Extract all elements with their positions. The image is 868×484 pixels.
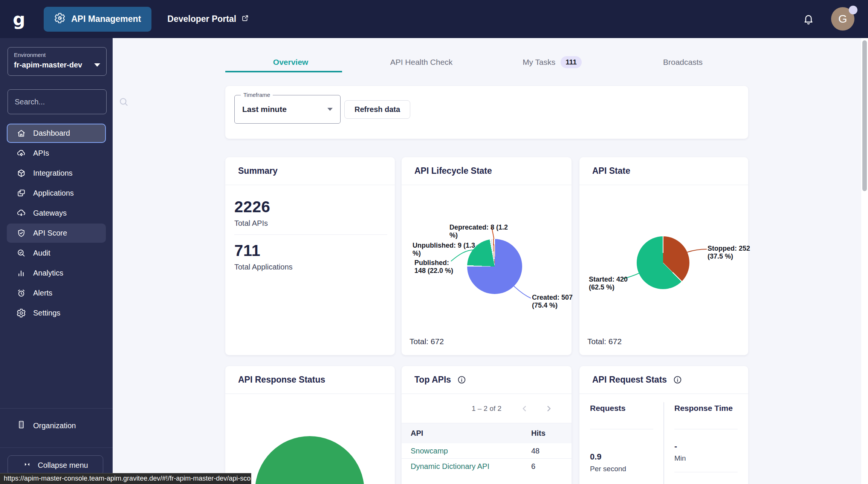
chevron-left-icon[interactable] [520,404,529,414]
sidebar-item-label: Gateways [33,209,67,217]
divider [674,472,738,472]
user-avatar[interactable]: G [831,7,855,31]
sidebar-item-analytics[interactable]: Analytics [7,263,106,283]
chevron-right-icon[interactable] [544,404,554,414]
top-bar: g API Management Developer Portal G [0,0,868,38]
gravitee-logo-icon[interactable]: g [13,11,32,28]
tab-api-health-check[interactable]: API Health Check [356,52,487,72]
hits-value: 6 [531,462,562,471]
status-url-bar: https://apim-master-console.team-apim.gr… [0,473,251,484]
summary-card: Summary 2226 Total APIs 711 Total Applic… [225,157,395,355]
notifications-bell-icon[interactable] [802,12,815,26]
environment-value: fr-apim-master-dev [14,61,82,69]
sidebar-item-dashboard[interactable]: Dashboard [7,124,106,143]
my-tasks-count-badge: 111 [561,56,582,68]
requests-unit: Per second [590,465,626,473]
divider [674,429,738,429]
sidebar-item-apis[interactable]: APIs [7,144,106,163]
collapse-arrows-icon [23,460,32,471]
alarm-clock-icon [17,288,26,298]
api-request-stats-card: API Request Stats Requests Response Time… [579,366,748,484]
sidebar-item-label: Alerts [33,289,52,297]
scrollbar-track[interactable] [861,38,868,484]
pagination-range: 1 – 2 of 2 [472,404,501,413]
top-apis-card: Top APIs 1 – 2 of 2 API Hits Snowcamp 48… [402,366,572,484]
response-time-unit: Min [674,454,686,463]
chart-total: Total: 672 [587,337,622,346]
sidebar-item-label: Analytics [33,269,63,277]
environment-select[interactable]: Environment fr-apim-master-dev [8,47,107,76]
windows-icon [17,188,26,198]
sidebar-item-organization[interactable]: Organization [7,415,106,436]
tab-broadcasts[interactable]: Broadcasts [617,52,748,72]
sidebar-item-applications[interactable]: Applications [7,184,106,203]
info-icon[interactable] [457,375,466,384]
divider [590,429,653,429]
chart-total: Total: 672 [410,337,444,346]
timeframe-toolbar-card: Timeframe Last minute Refresh data [225,86,748,139]
search-icon [118,96,129,107]
slice-label-deprecated: Deprecated: 8 (1.2 %) [449,224,513,239]
tab-my-tasks[interactable]: My Tasks 111 [487,52,617,72]
response-status-pie-chart [225,394,395,484]
slice-label-started: Started: 420 (62.5 %) [589,276,636,291]
timeframe-value: Last minute [242,105,287,114]
sidebar-item-api-score[interactable]: API Score [7,224,106,243]
divider [0,408,113,409]
card-title: Summary [238,166,278,176]
refresh-data-button[interactable]: Refresh data [344,100,410,119]
sidebar-item-audit[interactable]: Audit [7,244,106,263]
column-api: API [411,429,531,438]
requests-value: 0.9 [590,452,602,462]
environment-label: Environment [14,52,100,58]
scrollbar-thumb[interactable] [862,40,867,191]
hits-value: 48 [531,447,562,455]
total-applications-label: Total Applications [234,263,387,271]
search-check-icon [17,248,26,258]
timeframe-label: Timeframe [241,92,273,98]
gear-icon [54,12,66,26]
api-link-snowcamp[interactable]: Snowcamp [411,447,531,455]
timeframe-select[interactable]: Timeframe Last minute [234,95,341,124]
collapse-menu-label: Collapse menu [38,461,88,470]
cloud-download-icon [17,208,26,218]
table-header: API Hits [402,423,572,443]
search-input[interactable] [15,98,115,106]
collapse-menu-button[interactable]: Collapse menu [8,455,103,475]
sidebar-item-label: Applications [33,189,74,198]
slice-label-created: Created: 507 (75.4 %) [532,294,576,309]
api-link-dynamic-dictionary[interactable]: Dynamic Dictionary API [411,462,531,471]
lifecycle-pie-chart: Deprecated: 8 (1.2 %) Unpublished: 9 (1.… [402,185,572,355]
info-icon[interactable] [673,375,682,384]
sidebar-item-integrations[interactable]: Integrations [7,164,106,183]
state-pie-chart: Stopped: 252 (37.5 %) Started: 420 (62.5… [579,185,748,355]
api-state-card: API State Stopped: 252 (37.5 %) Started:… [579,157,748,355]
sidebar-item-gateways[interactable]: Gateways [7,204,106,223]
developer-portal-label: Developer Portal [167,14,236,24]
tab-overview[interactable]: Overview [225,52,356,72]
divider [234,234,387,235]
sidebar-search[interactable] [8,89,107,114]
avatar-status-dot [849,6,857,14]
response-time-header: Response Time [674,404,733,413]
external-link-icon [241,14,249,25]
sidebar-nav: Dashboard APIs Integrations Applications… [0,124,113,323]
tab-bar: Overview API Health Check My Tasks 111 B… [225,52,748,72]
table-row: Snowcamp 48 [402,443,572,459]
gear-icon [17,308,26,318]
pie-response-status[interactable] [255,436,364,484]
sidebar-item-label: Integrations [33,169,73,178]
chevron-down-icon [327,108,333,111]
pie-api-state[interactable] [637,236,689,289]
requests-header: Requests [590,404,626,413]
sidebar-item-label: Organization [33,421,76,430]
divider [663,402,664,484]
card-title: API Request Stats [592,375,667,385]
cloud-gear-icon [17,149,26,158]
sidebar-item-settings[interactable]: Settings [7,303,106,323]
sidebar-item-alerts[interactable]: Alerts [7,283,106,303]
cube-icon [17,168,26,178]
divider [0,447,113,448]
api-management-button[interactable]: API Management [44,7,151,32]
developer-portal-link[interactable]: Developer Portal [167,14,249,25]
